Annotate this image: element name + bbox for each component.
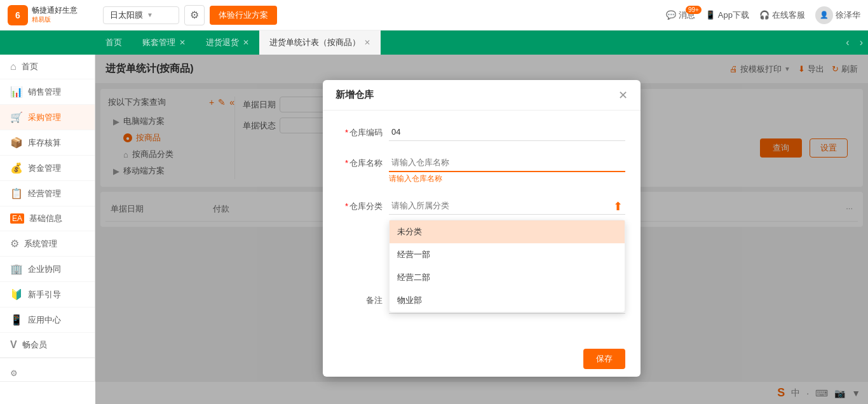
sidebar-item-purchase[interactable]: 🛒 采购管理 [0, 105, 95, 130]
tab-accounts-label: 账套管理 [142, 37, 175, 48]
app-logo-icon: 6 [8, 5, 28, 25]
sidebar-item-enterprise[interactable]: 🏢 企业协同 [0, 257, 95, 282]
tab-purchase-return[interactable]: 进货退货 ✕ [196, 30, 259, 55]
sidebar: ⌂ 首页 📊 销售管理 🛒 采购管理 📦 库存核算 💰 资金管理 📋 经营管理 … [0, 55, 95, 404]
dropdown-item-dept1[interactable]: 经营一部 [390, 243, 625, 266]
sidebar-item-sales[interactable]: 📊 销售管理 [0, 79, 95, 105]
logo-area: 6 畅捷通好生意 精易版 [8, 5, 103, 25]
sidebar-label-vip: 畅会员 [22, 339, 47, 351]
warehouse-modal: 新增仓库 ✕ *仓库编码 [323, 80, 641, 377]
app-name: 畅捷通好生意 [32, 6, 78, 16]
warehouse-code-row: *仓库编码 [338, 123, 625, 141]
app-download-item[interactable]: 📱 App下载 [705, 10, 749, 21]
sidebar-item-basic-info[interactable]: EA 基础信息 [0, 206, 95, 231]
dropdown-item-property[interactable]: 物业部 [390, 289, 625, 312]
tab-purchase-stats-close[interactable]: ✕ [364, 38, 370, 47]
tab-bar: 首页 账套管理 ✕ 进货退货 ✕ 进货单统计表（按商品） ✕ ‹ › [0, 30, 868, 55]
sidebar-item-guide[interactable]: 🔰 新手引导 [0, 282, 95, 307]
sidebar-label-finance: 资金管理 [28, 163, 61, 174]
sidebar-label-purchase: 采购管理 [28, 112, 61, 123]
modal-close-button[interactable]: ✕ [618, 90, 628, 101]
online-service-label: 在线客服 [772, 10, 805, 21]
modal-header: 新增仓库 ✕ [323, 80, 641, 111]
user-item[interactable]: 👤 徐泽华 [815, 6, 860, 24]
inventory-icon: 📦 [10, 137, 23, 149]
warehouse-name-label: *仓库名称 [338, 154, 389, 169]
online-service-item[interactable]: 🎧 在线客服 [759, 10, 805, 21]
sidebar-label-inventory: 库存核算 [28, 137, 61, 149]
sidebar-label-home: 首页 [22, 61, 38, 72]
warehouse-category-control: ⬆ 未分类 经营一部 经营二部 物业部 [389, 197, 625, 215]
home-icon: ⌂ [10, 61, 17, 72]
warehouse-category-row: *仓库分类 ⬆ 未分类 经营一部 经营二部 [338, 197, 625, 215]
warehouse-name-row: *仓库名称 请输入仓库名称 [338, 154, 625, 184]
trial-button[interactable]: 体验行业方案 [210, 6, 277, 25]
sidebar-label-operations: 经营管理 [28, 188, 61, 199]
guide-icon: 🔰 [10, 288, 23, 300]
tab-purchase-stats-label: 进货单统计表（按商品） [269, 37, 360, 48]
sidebar-label-sales: 销售管理 [28, 86, 61, 98]
tab-home-label: 首页 [105, 37, 122, 48]
tab-accounts[interactable]: 账套管理 ✕ [132, 30, 196, 55]
sidebar-item-app-center[interactable]: 📱 应用中心 [0, 307, 95, 333]
sidebar-settings-btn[interactable]: ⚙ [0, 363, 95, 383]
tab-purchase-return-label: 进货退货 [206, 37, 239, 48]
sidebar-item-home[interactable]: ⌂ 首页 [0, 55, 95, 79]
sidebar-label-basic-info: 基础信息 [29, 213, 62, 224]
warehouse-name-input[interactable] [389, 154, 625, 172]
dropdown-item-dept2[interactable]: 经营二部 [390, 266, 625, 289]
headset-icon: 🎧 [759, 10, 770, 20]
tab-prev-btn[interactable]: ‹ [841, 37, 854, 48]
message-item[interactable]: 💬 消息 99+ [666, 10, 695, 21]
vip-icon: V [10, 339, 17, 351]
store-arrow-icon: ▼ [147, 11, 153, 18]
sidebar-item-finance[interactable]: 💰 资金管理 [0, 156, 95, 181]
modal-footer: 保存 [323, 341, 641, 377]
sidebar-item-inventory[interactable]: 📦 库存核算 [0, 130, 95, 156]
sidebar-label-guide: 新手引导 [28, 289, 61, 300]
settings-button[interactable]: ⚙ [184, 5, 205, 25]
warehouse-code-label: *仓库编码 [338, 123, 389, 138]
sales-icon: 📊 [10, 86, 23, 98]
warehouse-category-input[interactable] [389, 197, 625, 215]
tab-accounts-close[interactable]: ✕ [179, 38, 186, 47]
modal-overlay: 新增仓库 ✕ *仓库编码 [95, 55, 868, 404]
dropdown-item-unclassified[interactable]: 未分类 [390, 220, 625, 243]
app-download-label: App下载 [718, 10, 749, 21]
content-area: 进货单统计(按商品) 🖨 按模板打印 ▼ ⬇ 导出 ↻ 刷新 [95, 55, 868, 404]
top-header: 6 畅捷通好生意 精易版 日太阳膜 ▼ ⚙ 体验行业方案 💬 消息 99+ 📱 … [0, 0, 868, 30]
operations-icon: 📋 [10, 187, 23, 199]
warehouse-name-control: 请输入仓库名称 [389, 154, 625, 184]
category-toggle-icon[interactable]: ⬆ [613, 199, 623, 213]
category-dropdown: 未分类 经营一部 经营二部 物业部 [389, 220, 625, 313]
username-label: 徐泽华 [836, 10, 860, 21]
warehouse-code-input[interactable] [389, 123, 625, 141]
warehouse-name-error: 请输入仓库名称 [389, 173, 625, 184]
sidebar-item-system[interactable]: ⚙ 系统管理 [0, 231, 95, 257]
store-selector[interactable]: 日太阳膜 ▼ [103, 6, 179, 24]
system-icon: ⚙ [10, 238, 19, 250]
purchase-icon: 🛒 [10, 111, 23, 123]
sidebar-item-operations[interactable]: 📋 经营管理 [0, 181, 95, 206]
basic-info-icon: EA [10, 213, 24, 224]
app-center-icon: 📱 [10, 314, 23, 326]
tab-home[interactable]: 首页 [95, 30, 132, 55]
header-center: 日太阳膜 ▼ ⚙ 体验行业方案 [103, 5, 666, 25]
enterprise-icon: 🏢 [10, 263, 23, 275]
tab-purchase-return-close[interactable]: ✕ [243, 38, 249, 47]
sidebar-label-app-center: 应用中心 [28, 314, 61, 326]
tab-next-btn[interactable]: › [855, 37, 868, 48]
sidebar-item-vip[interactable]: V 畅会员 [0, 333, 95, 358]
store-name: 日太阳膜 [110, 10, 143, 21]
logo-text-area: 畅捷通好生意 精易版 [32, 6, 78, 25]
warehouse-code-control [389, 123, 625, 141]
settings-bottom-icon: ⚙ [10, 368, 18, 378]
sidebar-label-enterprise: 企业协同 [28, 264, 61, 275]
sidebar-label-system: 系统管理 [24, 238, 57, 250]
message-icon: 💬 [666, 10, 676, 20]
tab-purchase-stats[interactable]: 进货单统计表（按商品） ✕ [259, 30, 381, 55]
remarks-label: 备注 [338, 291, 389, 306]
save-button[interactable]: 保存 [583, 349, 625, 369]
main-layout: ⌂ 首页 📊 销售管理 🛒 采购管理 📦 库存核算 💰 资金管理 📋 经营管理 … [0, 55, 868, 404]
header-right: 💬 消息 99+ 📱 App下载 🎧 在线客服 👤 徐泽华 [666, 6, 860, 24]
